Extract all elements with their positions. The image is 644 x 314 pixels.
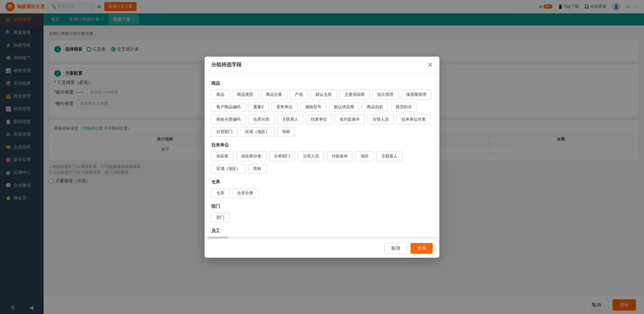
dept-field-grid: 部门 [211,213,433,223]
field-tag[interactable]: 产地 [290,90,308,100]
field-tag[interactable]: 分管部门 [211,127,237,137]
field-tag[interactable]: 保质期管理 [401,90,431,100]
field-tag[interactable]: 部门 [211,213,229,223]
field-tag[interactable]: 区域（地区） [240,127,274,137]
field-tag[interactable]: 默认仓库 [311,90,337,100]
field-tag[interactable]: 分管部门 [269,151,295,161]
field-tag[interactable]: 拣货积分 [391,102,417,112]
modal-footer: 取消 查询 [205,239,439,258]
field-tag[interactable]: 商品类型 [232,90,258,100]
field-tag[interactable]: 地区 [356,151,374,161]
modal-title: 分组待选字段 [211,62,241,68]
modal-overlay: 分组待选字段 ✕ 商品 商品 商品类型 商品分类 产地 默认仓库 主要供应商 批… [0,0,644,314]
field-tag[interactable]: 规格型号 [300,102,326,112]
field-tag[interactable]: 往来单位分类 [396,115,431,124]
field-tag[interactable]: 默认供应商 [329,102,359,112]
section-title-staff: 员工 [211,228,433,234]
field-tag[interactable]: 供应商分类 [236,151,266,161]
field-tag[interactable]: 税收分类编码 [211,115,246,124]
modal-cancel-button[interactable]: 取消 [384,243,407,254]
field-tag[interactable]: 供应商 [211,151,233,161]
field-tag[interactable]: 批次管理 [372,90,398,100]
field-tag[interactable]: 主要供应商 [339,90,370,100]
field-tag[interactable]: 主联系人 [277,115,303,124]
section-title-warehouse: 仓库 [211,179,433,185]
section-title-goods: 商品 [211,80,433,86]
field-tag[interactable]: 仓库分类 [232,188,258,198]
field-tag[interactable]: 客户商品编码 [211,102,246,112]
field-tag[interactable]: 分管人员 [298,151,324,161]
field-tag[interactable]: 商品别名 [362,102,388,112]
goods-field-grid: 商品 商品类型 商品分类 产地 默认仓库 主要供应商 批次管理 保质期管理 客户… [211,90,433,137]
warehouse-field-grid: 仓库 仓库分类 [211,188,433,198]
field-tag[interactable]: 结算单位 [306,115,332,124]
modal-scrollbar-x[interactable] [205,237,439,239]
field-tag[interactable]: 商品分类 [261,90,287,100]
field-select-modal: 分组待选字段 ✕ 商品 商品 商品类型 商品分类 产地 默认仓库 主要供应商 批… [205,57,439,258]
field-tag[interactable]: 收付款条件 [335,115,365,124]
modal-header: 分组待选字段 ✕ [205,57,439,74]
section-title-dept: 部门 [211,203,433,209]
modal-scrollbar-thumb [208,237,228,239]
modal-body: 商品 商品 商品类型 商品分类 产地 默认仓库 主要供应商 批次管理 保质期管理… [205,74,439,237]
field-tag[interactable]: 重量3 [248,102,269,112]
field-tag[interactable]: 商品 [211,90,229,100]
field-tag[interactable]: 主联系人 [376,151,402,161]
field-tag[interactable]: 仓库 [211,188,229,198]
field-tag[interactable]: 区域（地区） [211,164,246,174]
section-title-partner: 往来单位 [211,142,433,148]
modal-close-button[interactable]: ✕ [428,61,433,69]
field-tag[interactable]: 分管人员 [368,115,394,124]
field-tag[interactable]: 简称 [248,164,266,174]
field-tag[interactable]: 简称 [277,127,295,137]
field-tag[interactable]: 付款条件 [327,151,353,161]
field-tag[interactable]: 仓库分类 [248,115,274,124]
modal-confirm-button[interactable]: 查询 [411,243,433,254]
partner-field-grid: 供应商 供应商分类 分管部门 分管人员 付款条件 地区 主联系人 区域（地区） … [211,151,433,174]
field-tag[interactable]: 零售单位 [271,102,298,112]
